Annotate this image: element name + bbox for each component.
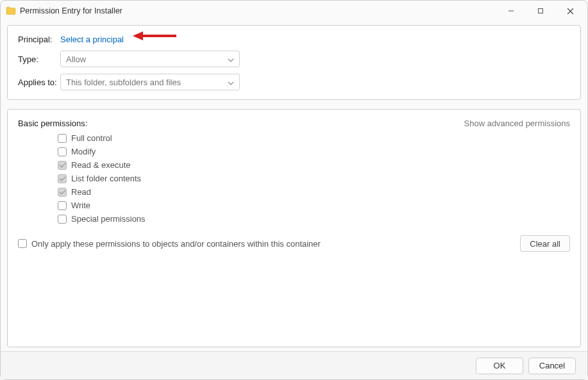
permission-label: List folder contents	[71, 174, 141, 183]
applies-select[interactable]: This folder, subfolders and files	[60, 74, 240, 90]
type-select[interactable]: Allow	[60, 51, 240, 67]
permission-label: Read	[71, 187, 91, 197]
permission-modify[interactable]: Modify	[58, 147, 570, 156]
checkbox-checked-icon[interactable]	[58, 188, 67, 197]
chevron-down-icon	[228, 78, 234, 87]
principal-row: Principal: Select a principal	[18, 35, 570, 44]
permission-write[interactable]: Write	[58, 201, 570, 210]
minimize-button[interactable]	[496, 2, 526, 20]
permissions-list: Full control Modify Read & execute List …	[58, 133, 570, 224]
type-label: Type:	[18, 54, 60, 64]
checkbox-icon[interactable]	[58, 201, 67, 210]
applies-label: Applies to:	[18, 78, 60, 87]
window-title: Permission Entry for Installer	[20, 6, 122, 15]
permission-label: Special permissions	[71, 214, 146, 224]
permission-label: Modify	[71, 147, 96, 156]
show-advanced-link[interactable]: Show advanced permissions	[464, 119, 570, 128]
close-button[interactable]	[555, 2, 585, 20]
basic-permissions-label: Basic permissions:	[18, 119, 87, 128]
select-principal-link[interactable]: Select a principal	[60, 35, 124, 44]
principal-panel: Principal: Select a principal Type: Allo…	[7, 25, 581, 100]
type-row: Type: Allow	[18, 51, 570, 67]
permissions-bottom-row: Only apply these permissions to objects …	[18, 235, 570, 252]
permission-label: Read & execute	[71, 160, 131, 170]
clear-all-button[interactable]: Clear all	[520, 235, 570, 252]
titlebar: Permission Entry for Installer	[1, 1, 587, 21]
checkbox-checked-icon[interactable]	[58, 174, 67, 183]
applies-value: This folder, subfolders and files	[66, 78, 181, 87]
svg-rect-1	[539, 9, 543, 13]
cancel-button[interactable]: Cancel	[528, 358, 576, 374]
principal-label: Principal:	[18, 35, 60, 44]
checkbox-checked-icon[interactable]	[58, 161, 67, 170]
only-apply-label: Only apply these permissions to objects …	[31, 239, 321, 249]
permission-label: Full control	[71, 133, 112, 143]
permission-special[interactable]: Special permissions	[58, 214, 570, 224]
ok-button[interactable]: OK	[476, 358, 523, 374]
applies-row: Applies to: This folder, subfolders and …	[18, 74, 570, 90]
permission-label: Write	[71, 201, 90, 210]
window-controls	[496, 2, 585, 20]
checkbox-icon[interactable]	[58, 134, 67, 143]
content-area: Principal: Select a principal Type: Allo…	[1, 21, 587, 351]
permission-full-control[interactable]: Full control	[58, 133, 570, 143]
permissions-header: Basic permissions: Show advanced permiss…	[18, 119, 570, 128]
dialog-footer: OK Cancel	[1, 351, 587, 379]
folder-icon	[6, 6, 16, 16]
permissions-panel: Basic permissions: Show advanced permiss…	[7, 109, 581, 347]
checkbox-icon[interactable]	[58, 215, 67, 224]
maximize-button[interactable]	[526, 2, 555, 20]
chevron-down-icon	[228, 54, 234, 64]
type-value: Allow	[66, 54, 86, 64]
only-apply-checkbox-row[interactable]: Only apply these permissions to objects …	[18, 239, 321, 249]
permission-list-folder[interactable]: List folder contents	[58, 174, 570, 183]
permission-entry-window: Permission Entry for Installer Principal…	[0, 0, 588, 380]
checkbox-icon[interactable]	[58, 147, 67, 156]
permission-read-execute[interactable]: Read & execute	[58, 160, 570, 170]
checkbox-icon[interactable]	[18, 239, 27, 248]
permission-read[interactable]: Read	[58, 187, 570, 197]
